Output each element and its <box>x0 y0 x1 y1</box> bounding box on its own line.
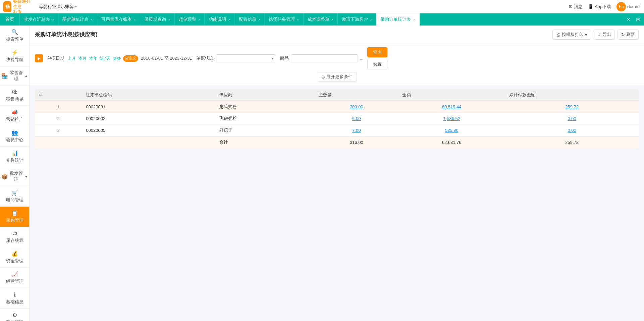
logo-area: 畅 畅捷通好生意 标版 <box>3 0 33 14</box>
sidebar-item-purchase[interactable]: 📋 采购管理 <box>0 207 29 227</box>
expand-icon: ⊕ <box>321 74 325 79</box>
sidebar-item-operations[interactable]: 📈 经营管理 <box>0 268 29 288</box>
shortcut-7days[interactable]: 近7天 <box>99 55 111 62</box>
row-code: 00020005 <box>82 124 215 137</box>
sidebar-item-marketing[interactable]: 📣 营销推广 <box>0 106 29 126</box>
sidebar-item-wholesale[interactable]: 📦 批发管理 ▼ <box>0 167 29 186</box>
row-quantity[interactable]: 6.00 <box>315 113 398 124</box>
row-paid[interactable]: 0.00 <box>505 124 639 137</box>
sidebar-item-finance[interactable]: 💰 资金管理 <box>0 247 29 268</box>
content-area: 采购订单统计表(按供应商) 🖨 按模板打印 ▾ ⤓ 导出 ↻ 刷新 <box>30 25 644 321</box>
export-icon: ⤓ <box>597 32 601 37</box>
close-tab-icon[interactable]: × <box>297 18 299 21</box>
sidebar-item-retail-mgmt[interactable]: 🏪 零售管理 ▲ <box>0 66 29 86</box>
tab-保质期查询[interactable]: 保质期查询 × <box>140 13 174 25</box>
goods-input[interactable] <box>291 54 358 62</box>
tab-要货单统计表[interactable]: 要货单统计表 × <box>58 13 97 25</box>
close-tab-icon[interactable]: × <box>228 18 230 21</box>
tab-功能说明[interactable]: 功能说明 × <box>205 13 234 25</box>
message-button[interactable]: ✉ 消息 <box>569 4 583 10</box>
tab-采购订单统计表[interactable]: 采购订单统计表 × <box>376 13 419 25</box>
close-tab-icon[interactable]: × <box>258 18 260 21</box>
table-container: ⚙ 往来单位编码 供应商 主数量 金额 累计付款金额 1 00020001 惠氏… <box>30 85 644 321</box>
date-filter-label: 单据日期 <box>47 55 64 61</box>
footer-paid: 259.72 <box>505 136 639 148</box>
close-tab-icon[interactable]: × <box>91 18 93 21</box>
sidebar: 🔍 搜索菜单 ⚡ 快捷导航 🏪 零售管理 ▲ 🛍 零售商城 📣 营销推广 👥 会… <box>0 25 30 321</box>
tab-收发存汇总表[interactable]: 收发存汇总表 × <box>20 13 58 25</box>
close-tab-icon[interactable]: × <box>198 18 200 21</box>
top-right-area: ✉ 消息 📱 App下载 Ea demo2 <box>569 2 641 11</box>
th-settings[interactable]: ⚙ <box>35 89 82 101</box>
date-custom-badge[interactable]: 自定义 <box>123 55 138 62</box>
filter-toggle-button[interactable]: ▶ <box>35 54 43 62</box>
table-footer-row: 合计 316.00 62,631.76 259.72 <box>35 136 639 148</box>
expand-filters-button[interactable]: ⊕ 展开更多条件 <box>317 72 357 82</box>
tab-配置信息[interactable]: 配置信息 × <box>235 13 265 25</box>
sidebar-item-retail-stats[interactable]: 📊 零售统计 <box>0 147 29 167</box>
sidebar-item-inventory[interactable]: 🗂 库存核算 <box>0 227 29 247</box>
shortcut-this-year[interactable]: 本年 <box>89 55 98 62</box>
row-amount[interactable]: 1,586.52 <box>398 113 505 124</box>
shortcut-this-month[interactable]: 本月 <box>78 55 87 62</box>
page-actions: 🖨 按模板打印 ▾ ⤓ 导出 ↻ 刷新 <box>552 30 639 44</box>
more-filters-button[interactable]: ... <box>360 56 363 61</box>
export-button[interactable]: ⤓ 导出 <box>594 30 615 40</box>
tab-成本调整单[interactable]: 成本调整单 × <box>304 13 338 25</box>
row-paid[interactable]: 259.72 <box>505 101 639 113</box>
column-settings-icon[interactable]: ⚙ <box>39 93 43 98</box>
sidebar-item-ecommerce[interactable]: 🛒 电商管理 <box>0 186 29 207</box>
search-button[interactable]: 查询 <box>367 47 387 57</box>
sidebar-item-member-center[interactable]: 👥 会员中心 <box>0 126 29 147</box>
close-tab-icon[interactable]: × <box>331 18 333 21</box>
row-amount[interactable]: 525.80 <box>398 124 505 137</box>
status-filter: 单据状态 ▾ <box>196 54 276 62</box>
refresh-icon: ↻ <box>621 32 625 37</box>
shortcut-last-month[interactable]: 上月 <box>67 55 76 62</box>
tab-超储预警[interactable]: 超储预警 × <box>175 13 205 25</box>
print-dropdown-icon: ▾ <box>585 32 587 37</box>
search-btn-area: 查询 设置 <box>367 47 387 69</box>
expand-tabs-button[interactable]: ⊞ <box>635 16 641 23</box>
filter-settings-button[interactable]: 设置 <box>367 59 387 69</box>
footer-quantity: 316.00 <box>315 136 398 148</box>
shortcut-more[interactable]: 更多 <box>112 55 122 62</box>
row-paid[interactable]: 0.00 <box>505 113 639 124</box>
table-row: 2 00020002 飞鹤奶粉 6.00 1,586.52 0.00 <box>35 113 639 124</box>
main-layout: 🔍 搜索菜单 ⚡ 快捷导航 🏪 零售管理 ▲ 🛍 零售商城 📣 营销推广 👥 会… <box>0 25 644 321</box>
row-code: 00020002 <box>82 113 215 124</box>
close-tab-icon[interactable]: × <box>134 18 136 21</box>
close-tab-icon[interactable]: × <box>52 18 54 21</box>
org-selector[interactable]: 母婴行业演示账套 ▾ <box>36 4 79 10</box>
tab-拣货任务管理[interactable]: 拣货任务管理 × <box>265 13 303 25</box>
row-num: 2 <box>35 113 82 124</box>
close-all-tabs-button[interactable]: ✕ <box>625 16 632 23</box>
close-tab-icon[interactable]: × <box>370 18 372 21</box>
filter-row-2: ⊕ 展开更多条件 <box>35 72 639 82</box>
tab-home[interactable]: 首页 <box>0 13 20 25</box>
inventory-icon: 🗂 <box>12 230 17 236</box>
sidebar-item-retail-mall[interactable]: 🛍 零售商城 <box>0 86 29 106</box>
sidebar-item-basics[interactable]: ℹ 基础信息 <box>0 288 29 309</box>
th-code: 往来单位编码 <box>82 89 215 101</box>
close-tab-icon[interactable]: × <box>413 18 415 21</box>
tab-邀请下游客户[interactable]: 邀请下游客户 × <box>338 13 376 25</box>
row-quantity[interactable]: 303.00 <box>315 101 398 113</box>
sidebar-item-search[interactable]: 🔍 搜索菜单 <box>0 25 29 46</box>
row-amount[interactable]: 60,519.44 <box>398 101 505 113</box>
sidebar-item-system[interactable]: ⚙ 系统管理 <box>0 309 29 321</box>
refresh-button[interactable]: ↻ 刷新 <box>618 30 639 40</box>
print-button[interactable]: 🖨 按模板打印 ▾ <box>552 30 591 40</box>
user-avatar[interactable]: Ea demo2 <box>616 2 641 11</box>
retail-stats-icon: 📊 <box>11 150 18 156</box>
row-quantity[interactable]: 7.00 <box>315 124 398 137</box>
status-select[interactable] <box>216 54 276 62</box>
tab-可用量库存账本[interactable]: 可用量库存账本 × <box>97 13 140 25</box>
retail-mgmt-icon: 🏪 <box>1 73 8 79</box>
close-tab-icon[interactable]: × <box>168 18 170 21</box>
sidebar-item-quick-nav[interactable]: ⚡ 快捷导航 <box>0 46 29 66</box>
status-select-wrapper: ▾ <box>216 54 276 62</box>
logo-text: 畅捷通好生意 标版 <box>13 0 33 14</box>
logo-icon: 畅 <box>3 1 11 12</box>
app-download-button[interactable]: 📱 App下载 <box>588 4 611 10</box>
